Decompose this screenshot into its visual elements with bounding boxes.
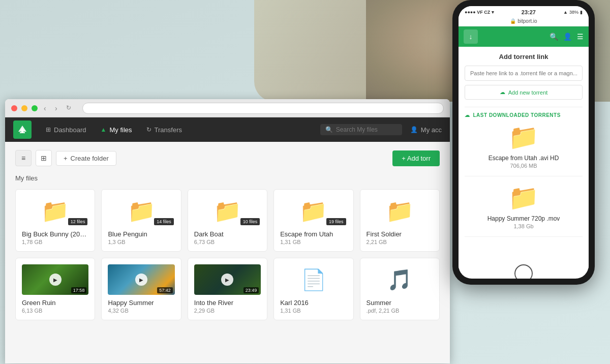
- torrent-name: Escape from Utah .avi HD: [489, 155, 559, 162]
- account-icon: 👤: [410, 126, 418, 133]
- browser-window: ‹ › ↻ ⊞ Dashboard ▲ My files ↻: [5, 99, 450, 363]
- cloud-icon: ☁: [465, 112, 470, 118]
- file-size: 1,31 GB: [280, 239, 347, 245]
- browser-navigation: ‹ › ↻: [44, 104, 74, 112]
- search-bar[interactable]: 🔍: [320, 124, 402, 135]
- torrent-folder-icon: 📁: [508, 184, 539, 212]
- battery-icon: ▮: [580, 10, 583, 15]
- add-torrent-mobile-button[interactable]: ☁ Add new torrent: [465, 85, 583, 100]
- video-duration: 23:49: [243, 287, 259, 293]
- play-button: ▶: [221, 274, 233, 286]
- file-name: Karl 2016: [280, 299, 347, 307]
- search-input[interactable]: [336, 126, 397, 133]
- folder-icon-wrap: 📁 12 files: [22, 196, 88, 226]
- add-torrent-button[interactable]: + Add torr: [392, 150, 440, 166]
- wifi-icon: ▲: [563, 10, 568, 15]
- phone-url-bar[interactable]: 🔒 bitport.io: [459, 17, 589, 26]
- list-item[interactable]: 📁 Happy Summer 720p .mov 1,38 Gb: [465, 184, 583, 237]
- folder-icon: 📁: [128, 200, 156, 222]
- files-grid: 📁 12 files Big Buck Bunny (2008) 1,78 GB…: [15, 189, 440, 320]
- battery-text: 38%: [569, 10, 578, 15]
- back-arrow[interactable]: ‹: [44, 104, 52, 112]
- svg-rect-1: [21, 129, 23, 132]
- create-folder-button[interactable]: + Create folder: [56, 151, 116, 166]
- file-name: Blue Penguin: [108, 230, 174, 238]
- minimize-button[interactable]: [21, 105, 27, 111]
- app-logo[interactable]: [13, 120, 32, 139]
- file-name: Happy Summer: [108, 299, 174, 307]
- section-divider: [465, 107, 583, 107]
- file-size: 1,3 GB: [108, 239, 174, 245]
- phone-screen: ●●●● VF CZ ▾ 23:27 ▲ 38% ▮ 🔒 bitport.io …: [459, 6, 589, 279]
- breadcrumb: My files: [15, 174, 440, 182]
- account-menu[interactable]: 👤 My acc: [410, 126, 442, 134]
- list-item[interactable]: 🎵 Summer .pdf, 2,21 GB: [360, 258, 440, 320]
- file-size: 1,31 GB: [280, 308, 347, 314]
- video-thumbnail: ▶ 17:58: [22, 264, 88, 295]
- music-icon-wrap: 🎵: [367, 264, 433, 295]
- file-name: Green Ruin: [22, 299, 88, 307]
- video-duration: 57:42: [157, 287, 173, 293]
- svg-rect-2: [20, 132, 25, 133]
- phone-app-navbar: ↓ 🔍 👤 ☰: [459, 26, 589, 47]
- file-size: 6,13 GB: [22, 308, 88, 314]
- list-item[interactable]: 📄 Karl 2016 1,31 GB: [273, 258, 353, 320]
- phone-account-icon[interactable]: 👤: [563, 33, 572, 41]
- list-item[interactable]: 📁 10 files Dark Boat 6,73 GB: [188, 189, 267, 252]
- home-button[interactable]: [514, 264, 533, 279]
- list-view-icon: ≡: [21, 154, 25, 162]
- list-item[interactable]: ▶ 17:58 Green Ruin 6,13 GB: [15, 258, 95, 320]
- url-bar[interactable]: [82, 103, 444, 114]
- time-display: 23:27: [522, 9, 536, 15]
- file-name: First Soldier: [367, 230, 433, 238]
- phone-search-icon[interactable]: 🔍: [550, 33, 558, 41]
- cloud-upload-icon: ☁: [500, 89, 505, 96]
- list-view-button[interactable]: ≡: [15, 150, 32, 166]
- phone-logo[interactable]: ↓: [464, 29, 478, 44]
- lock-icon: 🔒: [510, 18, 516, 24]
- phone-menu-icon[interactable]: ☰: [577, 33, 584, 41]
- phone-navbar-icons: 🔍 👤 ☰: [550, 33, 584, 41]
- list-item[interactable]: ▶ 57:42 Happy Summer 4,32 GB: [101, 258, 181, 320]
- list-item[interactable]: 📁 19 files Escape from Utah 1,31 GB: [273, 189, 353, 252]
- transfers-icon: ↻: [146, 126, 151, 133]
- file-count-badge: 12 files: [68, 218, 88, 225]
- torrent-folder-icon: 📁: [508, 123, 539, 151]
- nav-myfiles[interactable]: ▲ My files: [95, 122, 138, 138]
- add-torrent-section: Add torrent link ☁ Add new torrent: [465, 53, 583, 100]
- file-size: 6,73 GB: [194, 239, 261, 245]
- account-label: My acc: [421, 126, 442, 134]
- file-count-badge: 10 files: [240, 218, 260, 225]
- toolbar-left: ≡ ⊞ + Create folder: [15, 150, 116, 166]
- forward-arrow[interactable]: ›: [55, 104, 63, 112]
- breadcrumb-text[interactable]: My files: [15, 174, 38, 182]
- create-folder-label: Create folder: [71, 155, 109, 162]
- maximize-button[interactable]: [32, 105, 38, 111]
- phone-logo-icon: ↓: [469, 33, 473, 41]
- add-torrent-label: + Add torr: [402, 155, 431, 162]
- transfers-label: Transfers: [155, 126, 182, 134]
- dashboard-icon: ⊞: [46, 126, 51, 133]
- close-button[interactable]: [11, 105, 17, 111]
- list-item[interactable]: 📁 First Soldier 2,21 GB: [360, 189, 440, 252]
- grid-view-button[interactable]: ⊞: [36, 150, 52, 166]
- nav-transfers[interactable]: ↻ Transfers: [140, 122, 188, 138]
- play-button: ▶: [135, 274, 147, 286]
- file-size: 2,29 GB: [194, 308, 261, 314]
- list-item[interactable]: 📁 Escape from Utah .avi HD 706,06 MB: [465, 123, 583, 176]
- navbar-links: ⊞ Dashboard ▲ My files ↻ Transfers: [40, 122, 312, 138]
- list-item[interactable]: 📁 14 files Blue Penguin 1,3 GB: [101, 189, 181, 252]
- list-item[interactable]: 📁 12 files Big Buck Bunny (2008) 1,78 GB: [15, 189, 95, 252]
- file-count-badge: 14 files: [154, 218, 174, 225]
- file-size: 4,32 GB: [108, 308, 174, 314]
- torrent-url-input[interactable]: [465, 66, 583, 81]
- last-torrents-label: ☁ LAST DOWNLOADED TORRENTS: [465, 112, 583, 118]
- file-name: Into the River: [194, 299, 261, 307]
- phone-home-indicator: [459, 268, 589, 279]
- main-content: ≡ ⊞ + Create folder + Add torr My files: [5, 142, 450, 363]
- list-item[interactable]: ▶ 23:49 Into the River 2,29 GB: [188, 258, 267, 320]
- reload-button[interactable]: ↻: [66, 104, 74, 112]
- nav-dashboard[interactable]: ⊞ Dashboard: [40, 122, 93, 138]
- myfiles-icon: ▲: [101, 126, 107, 133]
- phone-status-bar: ●●●● VF CZ ▾ 23:27 ▲ 38% ▮: [459, 6, 589, 17]
